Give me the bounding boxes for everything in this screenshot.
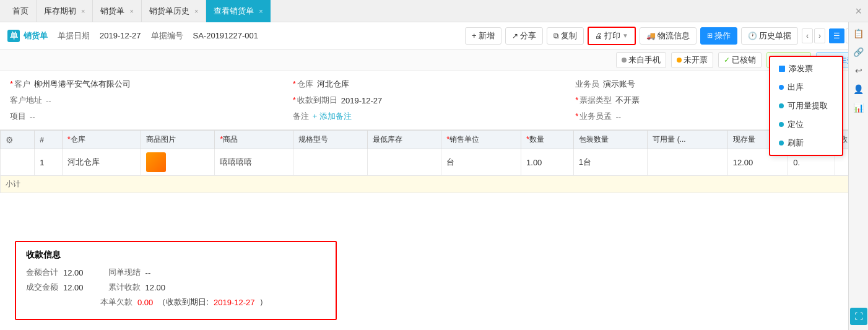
- col-warehouse: *仓库: [62, 131, 141, 149]
- bottom-area: 收款信息 金额合计 12.00 同单现结 -- 成交金额 12.00 累计收款: [0, 233, 868, 330]
- table-header-row: ⚙ # *仓库 商品图片 *商品 规格型号 最低库存 *销售单位 *数量 包装数…: [1, 131, 868, 149]
- tab-bar: 首页 库存期初 × 销货单 × 销货单历史 × 查看销货单 × ×: [0, 0, 868, 22]
- copy-button[interactable]: ⧉ 复制: [547, 27, 584, 45]
- add-note-button[interactable]: + 添加备注: [313, 111, 352, 122]
- from-mobile-button[interactable]: 来自手机: [616, 52, 666, 68]
- tab-inventory-init[interactable]: 库存期初 ×: [37, 0, 93, 22]
- form-row-3: 项目 -- 备注 + 添加备注 *业务员孟 --: [10, 111, 858, 122]
- outbound-icon: [779, 85, 784, 90]
- col-unit: *销售单位: [441, 131, 521, 149]
- payment-row-2: 成交金额 12.00 累计收款 12.00: [26, 282, 326, 293]
- operation-dropdown: 添发票 出库 可用量提取 定位 刷新: [769, 56, 843, 156]
- product-image: [146, 152, 166, 172]
- settings-icon: ⚙: [6, 135, 14, 145]
- col-spec: 规格型号: [293, 131, 368, 149]
- tab-view-sales-close[interactable]: ×: [259, 7, 263, 15]
- row-settings: [1, 149, 35, 176]
- items-table: ⚙ # *仓库 商品图片 *商品 规格型号 最低库存 *销售单位 *数量 包装数…: [0, 130, 868, 193]
- prev-button[interactable]: ‹: [802, 28, 813, 43]
- tab-view-sales[interactable]: 查看销货单 ×: [206, 0, 270, 22]
- subtotal-label: 小计: [1, 176, 868, 193]
- history-button[interactable]: 🕐 历史单据: [741, 27, 798, 45]
- doc-meta: 单据日期 2019-12-27 单据编号 SA-20191227-001: [58, 30, 258, 41]
- col-image: 商品图片: [141, 131, 215, 149]
- tab-sales-history-close[interactable]: ×: [194, 7, 198, 15]
- doc-title: 单 销货单: [7, 30, 48, 42]
- subtotal-row: 小计: [1, 176, 868, 193]
- menu-locate[interactable]: 定位: [770, 115, 842, 134]
- form-row-1: *客户 柳州粤港平安气体有限公司 *仓库 河北仓库 业务员 演示账号: [10, 79, 858, 90]
- payment-title: 收款信息: [26, 250, 326, 261]
- col-min-stock: 最低库存: [367, 131, 441, 149]
- total-item: 金额合计 12.00: [26, 267, 84, 278]
- form-section: *客户 柳州粤港平安气体有限公司 *仓库 河北仓库 业务员 演示账号 客户地址 …: [0, 71, 868, 130]
- col-pack-qty: 包装数量: [573, 131, 648, 149]
- doc-icon: 单: [7, 30, 20, 42]
- tab-home[interactable]: 首页: [5, 0, 37, 22]
- check-button[interactable]: ✓ 已核销: [718, 52, 762, 68]
- row-avail: [648, 149, 727, 176]
- list-view-button[interactable]: ☰: [829, 28, 844, 43]
- row-qty: 1.00: [521, 149, 574, 176]
- main-area: 单 销货单 单据日期 2019-12-27 单据编号 SA-20191227-0…: [0, 22, 868, 330]
- row-spec: [293, 149, 368, 176]
- tab-sales-order-close[interactable]: ×: [129, 7, 133, 15]
- logistics-button[interactable]: 🚚 物流信息: [640, 27, 697, 45]
- col-product: *商品: [215, 131, 293, 149]
- print-button[interactable]: 🖨 打印 ▼: [588, 27, 636, 45]
- payment-panel: 收款信息 金额合计 12.00 同单现结 -- 成交金额 12.00 累计收款: [15, 241, 337, 320]
- mobile-dot-icon: [622, 58, 627, 63]
- refresh-icon: [779, 141, 784, 145]
- right-sidebar: 📋 🔗 ↩ 👤 📊 ⛶: [848, 22, 868, 330]
- note-field: 备注 + 添加备注: [293, 111, 576, 122]
- tab-inventory-init-close[interactable]: ×: [81, 7, 85, 15]
- tab-sales-order[interactable]: 销货单 ×: [93, 0, 141, 22]
- menu-refresh[interactable]: 刷新: [770, 134, 842, 152]
- tab-sales-history[interactable]: 销货单历史 ×: [142, 0, 206, 22]
- sidebar-icon-user[interactable]: 👤: [850, 80, 867, 98]
- row-product: 嘻嘻嘻嘻: [215, 149, 293, 176]
- col-settings: ⚙: [1, 131, 35, 149]
- next-button[interactable]: ›: [814, 28, 825, 43]
- table-container: ⚙ # *仓库 商品图片 *商品 规格型号 最低库存 *销售单位 *数量 包装数…: [0, 130, 868, 233]
- toolbar-actions: + 新增 ↗ 分享 ⧉ 复制 🖨 打印 ▼ 🚚 物流信息 ⊞ 操作: [465, 27, 861, 45]
- table-row: 1 河北仓库 嘻嘻嘻嘻 台 1.00 1台 12.00 0.: [1, 149, 868, 176]
- sidebar-icon-fullscreen[interactable]: ⛶: [850, 308, 867, 325]
- address-field: 客户地址 --: [10, 95, 293, 106]
- not-open-button[interactable]: 未开票: [671, 52, 713, 68]
- locate-icon: [779, 122, 784, 127]
- nav-arrows: ‹ ›: [802, 28, 825, 43]
- doc-header: 单 销货单 单据日期 2019-12-27 单据编号 SA-20191227-0…: [0, 22, 868, 50]
- col-avail: 可用量 (...: [648, 131, 727, 149]
- sidebar-icon-chart[interactable]: 📊: [850, 99, 867, 116]
- same-order-item: 同单现结 --: [108, 267, 151, 278]
- payment-row-1: 金额合计 12.00 同单现结 --: [26, 267, 326, 278]
- menu-outbound[interactable]: 出库: [770, 78, 842, 97]
- sidebar-icon-return[interactable]: ↩: [850, 62, 867, 79]
- row-min-stock: [367, 149, 441, 176]
- payment-row-3: 本单欠款 0.00 （收款到期日: 2019-12-27 ）: [26, 297, 326, 308]
- window-close-button[interactable]: ×: [855, 4, 862, 17]
- available-qty-icon: [779, 103, 784, 108]
- col-num: #: [35, 131, 63, 149]
- due-date-field: *收款到期日 2019-12-27: [293, 95, 576, 106]
- menu-add-invoice[interactable]: 添发票: [770, 59, 842, 78]
- col-qty: *数量: [521, 131, 574, 149]
- add-button[interactable]: + 新增: [465, 27, 501, 45]
- owed-item: 本单欠款 0.00 （收款到期日: 2019-12-27 ）: [100, 297, 267, 308]
- menu-available-qty[interactable]: 可用量提取: [770, 97, 842, 115]
- deal-item: 成交金额 12.00: [26, 282, 84, 293]
- row-num: 1: [35, 149, 63, 176]
- row-warehouse: 河北仓库: [62, 149, 141, 176]
- share-button[interactable]: ↗ 分享: [505, 27, 543, 45]
- sidebar-icon-link[interactable]: 🔗: [850, 43, 867, 61]
- row-unit: 台: [441, 149, 521, 176]
- row-image: [141, 149, 215, 176]
- warehouse-field: *仓库 河北仓库: [293, 79, 576, 90]
- operation-button[interactable]: ⊞ 操作: [700, 27, 737, 45]
- sidebar-icon-clipboard[interactable]: 📋: [850, 25, 867, 42]
- row-pack-qty: 1台: [573, 149, 648, 176]
- add-invoice-icon: [779, 66, 785, 72]
- customer-field: *客户 柳州粤港平安气体有限公司: [10, 79, 293, 90]
- not-open-dot-icon: [677, 58, 682, 63]
